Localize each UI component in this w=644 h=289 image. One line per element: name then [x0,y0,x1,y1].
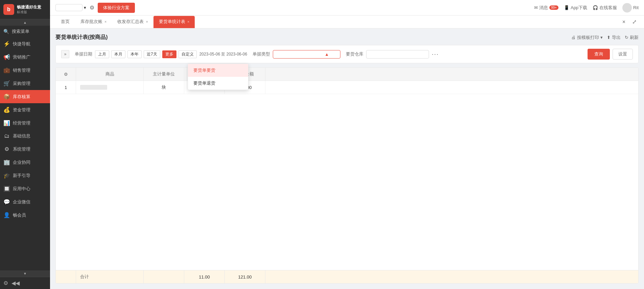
sidebar-item-basic[interactable]: 🗂 基础信息 [0,130,50,142]
page-actions: 🖨 按模板打印 ▾ ⬆ 导出 ↻ 刷新 [571,35,639,41]
tab-close-receive-summary[interactable]: × [146,20,148,24]
more-filters-button[interactable]: ··· [432,51,439,58]
tab-inventory-batch[interactable]: 库存批次账 × [75,16,112,28]
dropdown-item-order[interactable]: 要货单要货 [188,64,248,77]
more-date-btn[interactable]: 更多 [162,50,176,58]
settings-button[interactable]: 设置 [613,49,633,60]
sidebar-bottom: ⚙ ◀◀ [0,277,50,289]
cell-product [76,81,144,94]
refresh-action[interactable]: ↻ 刷新 [625,35,639,41]
sidebar-item-enterprise[interactable]: 🏢 企业协同 [0,156,50,169]
basic-icon: 🗂 [3,133,10,139]
guide-icon: 🎓 [3,172,10,179]
member-icon: 👤 [3,212,10,218]
filter-expand-button[interactable]: » [61,50,69,58]
topbar-left: 41 ▾ ⚙ 体验行业方案 [55,3,135,13]
footer-extra [265,270,638,283]
operations-icon: 📊 [3,120,10,126]
tab-order-stats[interactable]: 要货单统计表 × [153,16,195,28]
sidebar-item-quick-nav[interactable]: ⚡ 快捷导航 [0,37,50,50]
company-input[interactable]: 41 [55,4,82,11]
topbar: 41 ▾ ⚙ 体验行业方案 ✉ 消息 99+ 📱 App下载 🎧 在线客服 R [50,0,644,16]
sidebar-item-system[interactable]: ⚙ 系统管理 [0,142,50,156]
current-month-btn[interactable]: 本月 [111,50,125,58]
cell-extra [265,81,638,94]
type-dropdown: 要货单要货 要货单退货 [188,64,248,90]
print-expand-icon: ▾ [600,35,603,40]
maximize-button[interactable]: ⤢ [630,18,639,26]
data-table: ⚙ 商品 主计量单位 主数量 零售金额 1 块 11.00 121.00 [55,67,639,284]
messages-item[interactable]: ✉ 消息 99+ [534,5,558,11]
type-filter-input-container[interactable]: ▲ [273,50,340,59]
sidebar-item-purchase[interactable]: 🛒 采购管理 [0,77,50,90]
messages-icon: ✉ [534,5,538,10]
mobile-icon: 📱 [564,5,569,10]
close-all-tabs-button[interactable]: × [620,18,627,26]
online-service-item[interactable]: 🎧 在线客服 [593,5,617,11]
sidebar-item-sales[interactable]: 💼 销售管理 [0,64,50,77]
page-content: 要货单统计表(按商品) 🖨 按模板打印 ▾ ⬆ 导出 ↻ 刷新 » [50,28,644,289]
sidebar-item-operations[interactable]: 📊 经营管理 [0,116,50,130]
footer-empty-1 [56,270,76,283]
company-selector[interactable]: 41 ▾ [55,4,86,11]
user-avatar-item[interactable]: Rit [622,3,639,13]
topbar-gear-icon[interactable]: ⚙ [90,4,94,11]
user-avatar [622,3,632,13]
appstore-icon: 🔲 [3,185,10,192]
tab-close-order-stats[interactable]: × [187,20,189,24]
dropdown-item-return[interactable]: 要货单退货 [188,77,248,90]
type-filter-chevron-up-icon[interactable]: ▲ [325,52,329,57]
sidebar-nav: ⚡ 快捷导航 📢 营销推广 💼 销售管理 🛒 采购管理 📦 库存核算 💰 资金管… [0,37,50,270]
sidebar-item-finance[interactable]: 💰 资金管理 [0,103,50,116]
tab-receive-summary[interactable]: 收发存汇总表 × [112,16,153,28]
wechat-icon: 💬 [3,199,10,205]
messages-badge: 99+ [549,5,558,10]
tab-close-inventory-batch[interactable]: × [104,20,106,24]
selector-chevron-icon: ▾ [84,5,86,10]
sidebar-item-marketing[interactable]: 📢 营销推广 [0,50,50,64]
sidebar-item-appstore[interactable]: 🔲 应用中心 [0,182,50,195]
trial-button[interactable]: 体验行业方案 [98,3,135,13]
query-button[interactable]: 查询 [588,49,610,60]
footer-label: 合计 [76,270,144,283]
main-area: 41 ▾ ⚙ 体验行业方案 ✉ 消息 99+ 📱 App下载 🎧 在线客服 R [50,0,644,289]
table-row: 1 块 11.00 121.00 [56,81,638,94]
enterprise-icon: 🏢 [3,159,10,165]
sidebar-scroll-up[interactable]: ▲ [0,19,50,26]
cell-unit: 块 [144,81,184,94]
last-7-days-btn[interactable]: 近7天 [144,50,160,58]
purchase-icon: 🛒 [3,80,10,87]
sidebar-item-guide[interactable]: 🎓 新手引导 [0,169,50,182]
sidebar-search[interactable]: 🔍 搜索菜单 [0,26,50,37]
col-extra [265,68,638,81]
page-header: 要货单统计表(按商品) 🖨 按模板打印 ▾ ⬆ 导出 ↻ 刷新 [55,34,639,41]
prev-month-btn[interactable]: 上月 [95,50,109,58]
date-filter-label: 单据日期 [75,51,92,57]
settings-bottom-icon[interactable]: ⚙ [3,280,8,286]
type-filter-input[interactable] [276,52,323,57]
settings-col-icon: ⚙ [64,72,68,77]
cell-index: 1 [56,81,76,94]
tabs-right-actions: × ⤢ [620,18,639,26]
col-unit: 主计量单位 [144,68,184,81]
sidebar-item-inventory[interactable]: 📦 库存核算 [0,90,50,103]
col-settings[interactable]: ⚙ [56,68,76,81]
sidebar-item-wechat[interactable]: 💬 企业微信 [0,195,50,208]
app-download-item[interactable]: 📱 App下载 [564,5,587,11]
current-year-btn[interactable]: 本年 [127,50,142,58]
date-buttons: 上月 本月 本年 近7天 更多 自定义 [95,50,197,58]
collapse-icon[interactable]: ◀◀ [11,280,20,286]
table-body: 1 块 11.00 121.00 [56,81,638,270]
print-action[interactable]: 🖨 按模板打印 ▾ [571,35,603,41]
export-action[interactable]: ⬆ 导出 [607,35,621,41]
date-filter-group: 单据日期 上月 本月 本年 近7天 更多 自定义 2023-05-06 至 20… [75,50,247,58]
custom-date-btn[interactable]: 自定义 [178,50,197,58]
sidebar-logo: b 畅捷通好生意 标准版 [0,0,50,19]
inventory-icon: 📦 [3,93,10,100]
warehouse-filter-input[interactable] [366,50,429,59]
sidebar-scroll-down[interactable]: ▼ [0,270,50,277]
sidebar-item-member[interactable]: 👤 畅会员 [0,208,50,222]
quick-nav-icon: ⚡ [3,41,10,47]
headset-icon: 🎧 [593,5,598,10]
tab-home[interactable]: 首页 [55,16,75,28]
